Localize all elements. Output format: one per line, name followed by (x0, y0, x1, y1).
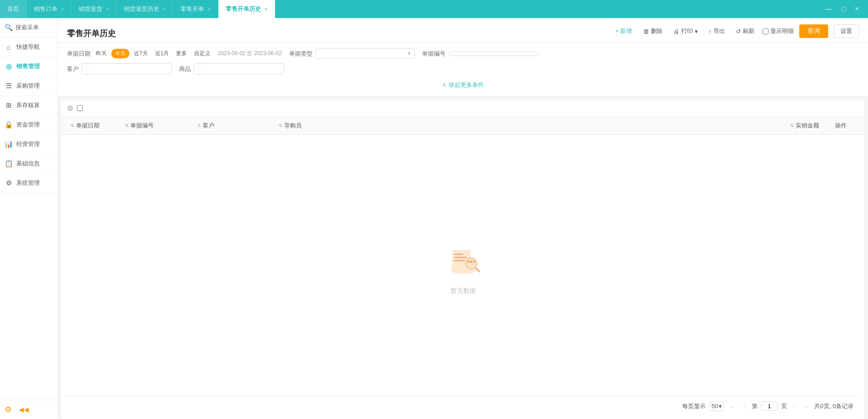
th-date-label: 单据日期 (76, 122, 100, 130)
sidebar-item-inventory[interactable]: ⊞ 库存核算 (0, 96, 57, 115)
sidebar-item-quick-nav[interactable]: ⌂ 快捷导航 (0, 38, 57, 57)
current-page-input[interactable] (761, 401, 778, 411)
delete-icon: 🗑 (643, 28, 649, 35)
filter-row-2: 客户 ··· 商品 ··· (67, 63, 859, 75)
window-close-btn[interactable]: × (853, 5, 861, 13)
table-settings-icon[interactable]: ⚙ (67, 104, 73, 113)
tab-sales-order[interactable]: 销售订单 × (27, 0, 71, 18)
filter-goods-input[interactable]: ··· (194, 63, 284, 75)
display-detail-toggle[interactable]: 显示明细 (763, 27, 794, 35)
tab-sales-return-history-label: 销货退货历史 (124, 5, 159, 13)
tab-sales-return-history[interactable]: 销货退货历史 × (117, 0, 173, 18)
refresh-label: 刷新 (743, 27, 754, 35)
svg-point-10 (473, 261, 475, 263)
svg-rect-3 (454, 257, 467, 258)
date-btn-custom[interactable]: 自定义 (191, 49, 213, 58)
page-size-label: 每页显示 (682, 402, 706, 410)
collapse-btn[interactable]: ◀◀ (19, 406, 29, 413)
page-label-before: 第 (752, 402, 758, 410)
filter-collapse-btn[interactable]: ∧ 收起更多条件 (438, 79, 488, 91)
tab-sales-return[interactable]: 销货退货 × (71, 0, 116, 18)
tab-retail-open-history-label: 零售开单历史 (226, 5, 261, 13)
sidebar-item-sales-mgmt[interactable]: ◎ 销售管理 (0, 57, 57, 76)
delete-button[interactable]: 🗑 删除 (640, 25, 665, 37)
print-icon: 🖨 (674, 28, 679, 35)
home-icon: ⌂ (5, 43, 13, 51)
th-customer-sort[interactable]: ⇅ (197, 123, 201, 128)
tab-sales-return-history-close[interactable]: × (163, 6, 166, 12)
date-btn-1month[interactable]: 近1月 (152, 49, 172, 58)
sidebar-item-quick-nav-label: 快捷导航 (16, 43, 40, 51)
filter-goods-item: 商品 ··· (179, 63, 284, 75)
filter-row-1: 单据日期 昨天 今天 近7天 近1月 更多 自定义 2023-06-02 至 2… (67, 48, 859, 59)
th-code-sort[interactable]: ⇅ (125, 123, 128, 128)
filter-bill-no-item: 单据编号 (422, 50, 539, 58)
select-all-checkbox[interactable] (77, 105, 83, 111)
svg-point-6 (467, 259, 476, 268)
tab-sales-return-label: 销货退货 (79, 5, 102, 13)
th-customer: ⇅ 客户 (194, 122, 275, 130)
print-arrow-icon: ▾ (695, 28, 698, 35)
base-info-icon: 📋 (5, 160, 13, 168)
page-size-select[interactable]: 50 ▾ (709, 401, 724, 411)
filter-bill-type-arrow: ▾ (408, 51, 411, 56)
sidebar: 🔍 搜索采单 ⌂ 快捷导航 ◎ 销售管理 ☰ 采购管理 ⊞ 库存核算 🔒 资金管… (0, 18, 58, 419)
tab-sales-return-close[interactable]: × (106, 6, 109, 12)
sidebar-item-purchase-mgmt-label: 采购管理 (16, 82, 40, 90)
tab-retail-open-history-close[interactable]: × (265, 6, 267, 12)
last-page-btn[interactable]: » (802, 402, 811, 411)
sidebar-item-purchase-mgmt[interactable]: ☰ 采购管理 (0, 76, 57, 96)
date-btn-yesterday[interactable]: 昨天 (93, 49, 109, 58)
th-amount: ⇅ 实销金额 (329, 122, 823, 130)
th-amount-sort[interactable]: ⇅ (790, 123, 794, 128)
filter-bill-type-label: 单据类型 (289, 50, 313, 58)
tab-retail-open[interactable]: 零售开单 × (173, 0, 218, 18)
sidebar-item-business[interactable]: 📊 经营管理 (0, 135, 57, 154)
date-btn-7days[interactable]: 近7天 (131, 49, 151, 58)
sidebar-item-system[interactable]: ⚙ 系统管理 (0, 174, 57, 193)
filter-bill-no-input[interactable] (448, 52, 539, 56)
pagination-bar: 每页显示 50 ▾ « ‹ 第 页 › » 共0页, 0条记录 (65, 396, 861, 415)
th-date: ⇅ 单据日期 (67, 122, 121, 130)
settings-btn[interactable]: ⚙ (5, 405, 12, 414)
delete-label: 删除 (651, 27, 663, 35)
svg-rect-2 (454, 254, 463, 255)
filter-customer-item: 客户 ··· (67, 63, 172, 75)
tab-sales-order-close[interactable]: × (61, 6, 64, 12)
add-button[interactable]: + 新增 (612, 25, 635, 37)
next-page-btn[interactable]: › (791, 402, 798, 411)
th-guide-sort[interactable]: ⇅ (279, 123, 282, 128)
refresh-button[interactable]: ↺ 刷新 (733, 25, 757, 37)
export-button[interactable]: ↑ 导出 (706, 25, 728, 37)
first-page-btn[interactable]: « (728, 402, 737, 411)
prev-page-btn[interactable]: ‹ (740, 402, 748, 411)
purchase-icon: ☰ (5, 82, 13, 90)
print-label: 打印 (681, 27, 693, 35)
header-actions: + 新增 🗑 删除 🖨 打印 ▾ ↑ 导出 ↺ 刷新 (612, 24, 859, 42)
tab-home[interactable]: 首页 (0, 0, 27, 18)
settings-button[interactable]: 设置 (834, 24, 859, 38)
tab-retail-open-close[interactable]: × (208, 6, 210, 12)
th-date-sort[interactable]: ⇅ (71, 123, 74, 128)
print-button[interactable]: 🖨 打印 ▾ (671, 25, 701, 37)
sidebar-item-base-info[interactable]: 📋 基础信息 (0, 154, 57, 174)
date-btn-today[interactable]: 今天 (111, 49, 129, 58)
filter-goods-placeholder: ··· (198, 66, 280, 72)
tab-retail-open-history[interactable]: 零售开单历史 × (218, 0, 275, 18)
svg-point-8 (468, 261, 470, 263)
date-btn-more[interactable]: 更多 (173, 49, 190, 58)
window-min-btn[interactable]: — (823, 5, 834, 13)
page-header: 零售开单历史 + 新增 🗑 删除 🖨 打印 ▾ ↑ 导出 ↺ (58, 18, 868, 43)
sidebar-item-finance[interactable]: 🔒 资金管理 (0, 115, 57, 135)
filter-customer-label: 客户 (67, 65, 79, 73)
empty-icon (441, 236, 486, 282)
sidebar-search[interactable]: 🔍 搜索采单 (0, 18, 57, 38)
display-detail-label: 显示明细 (770, 27, 794, 35)
filter-customer-input[interactable]: ··· (81, 63, 172, 75)
empty-state: 暂无数据 (62, 135, 864, 396)
display-detail-checkbox[interactable] (763, 28, 768, 34)
window-max-btn[interactable]: □ (840, 5, 848, 13)
query-button[interactable]: 查询 (799, 24, 828, 38)
filter-bill-type-select[interactable]: ▾ (315, 48, 415, 59)
refresh-icon: ↺ (736, 28, 741, 35)
